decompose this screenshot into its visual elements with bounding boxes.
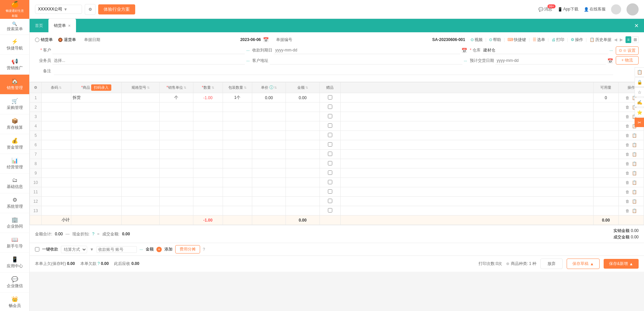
- sidebar-item-search[interactable]: 🔍 搜索菜单: [0, 19, 29, 35]
- row-pkg-qty[interactable]: [223, 121, 252, 131]
- row-qty[interactable]: [193, 159, 223, 168]
- row-barcode[interactable]: [42, 187, 71, 197]
- row-qty[interactable]: [193, 140, 223, 150]
- row-barcode[interactable]: [42, 93, 71, 103]
- row-barcode[interactable]: [42, 206, 71, 216]
- row-barcode[interactable]: [42, 103, 71, 112]
- row-spec[interactable]: [122, 93, 160, 103]
- row-barcode[interactable]: [42, 178, 71, 187]
- view-grid-btn[interactable]: ⊞: [632, 36, 639, 43]
- scan-button[interactable]: 扫码录入: [91, 84, 111, 91]
- row-qty[interactable]: [193, 150, 223, 159]
- save-new-button[interactable]: 保存&新增 ▲: [604, 259, 639, 269]
- delete-row-icon[interactable]: 🗑: [626, 180, 630, 185]
- row-product[interactable]: [71, 178, 121, 187]
- row-spec[interactable]: [122, 168, 160, 178]
- row-unit-price[interactable]: [252, 140, 286, 150]
- row-qty[interactable]: -1.00: [193, 93, 223, 103]
- row-qty[interactable]: [193, 131, 223, 140]
- row-spec[interactable]: [122, 140, 160, 150]
- sidebar-item-marketing[interactable]: 📢 营销推广: [0, 55, 29, 75]
- row-gift[interactable]: [319, 140, 341, 150]
- sidebar-item-system[interactable]: ⚙ 系统管理: [0, 193, 29, 213]
- row-pkg-qty[interactable]: [223, 168, 252, 178]
- row-unit-price[interactable]: [252, 150, 286, 159]
- app-download-button[interactable]: 📱 App下载: [558, 6, 578, 12]
- row-product[interactable]: [71, 197, 121, 206]
- row-product[interactable]: [71, 103, 121, 112]
- row-spec[interactable]: [122, 187, 160, 197]
- message-button[interactable]: 💬 消息 99+: [538, 6, 552, 12]
- row-unit[interactable]: 个: [159, 93, 193, 103]
- delete-row-icon[interactable]: 🗑: [626, 143, 630, 147]
- row-product[interactable]: [71, 150, 121, 159]
- row-spec[interactable]: [122, 131, 160, 140]
- row-gift[interactable]: [319, 178, 341, 187]
- sidebar-item-guide[interactable]: 📖 新手引导: [0, 233, 29, 253]
- row-unit[interactable]: [159, 187, 193, 197]
- row-qty[interactable]: [193, 187, 223, 197]
- operate-btn[interactable]: ⚙ 操作: [571, 37, 583, 43]
- owed-help-icon[interactable]: ?: [98, 261, 100, 266]
- print-btn[interactable]: 🖨 打印: [552, 37, 564, 43]
- row-product[interactable]: [71, 121, 121, 131]
- delete-row-icon[interactable]: 🗑: [626, 105, 630, 110]
- row-unit-price[interactable]: [252, 178, 286, 187]
- row-qty[interactable]: [193, 112, 223, 121]
- delete-row-icon[interactable]: 🗑: [626, 190, 630, 194]
- row-amount[interactable]: [286, 178, 319, 187]
- row-unit[interactable]: [159, 103, 193, 112]
- row-barcode[interactable]: [42, 197, 71, 206]
- row-pkg-qty[interactable]: [223, 187, 252, 197]
- row-product[interactable]: [71, 131, 121, 140]
- row-unit-price[interactable]: [252, 159, 286, 168]
- row-spec[interactable]: [122, 206, 160, 216]
- row-product[interactable]: [71, 187, 121, 197]
- row-product[interactable]: [71, 140, 121, 150]
- nav-next-icon[interactable]: ▶: [620, 37, 623, 42]
- abandon-button[interactable]: 放弃: [540, 259, 563, 269]
- row-pkg-qty[interactable]: [223, 150, 252, 159]
- trial-button[interactable]: 体验行业方案: [98, 4, 135, 14]
- delete-row-icon[interactable]: 🗑: [626, 124, 630, 128]
- row-amount[interactable]: [286, 187, 319, 197]
- row-gift[interactable]: [319, 131, 341, 140]
- delete-row-icon[interactable]: 🗑: [626, 208, 630, 213]
- payment-date-calendar-icon[interactable]: 📅: [461, 48, 467, 53]
- customer-addr-input[interactable]: [270, 57, 462, 65]
- row-gift[interactable]: [319, 159, 341, 168]
- sidebar-item-purchase[interactable]: 🛒 采购管理: [0, 94, 29, 114]
- delete-row-icon[interactable]: 🗑: [626, 114, 630, 119]
- account-dots-icon[interactable]: ···: [140, 247, 143, 252]
- row-amount[interactable]: [286, 121, 319, 131]
- copy-row-icon[interactable]: 📋: [632, 152, 637, 157]
- row-qty[interactable]: [193, 168, 223, 178]
- float-btn-1[interactable]: 📋: [635, 67, 644, 77]
- row-unit-price[interactable]: 0.00: [252, 93, 286, 103]
- row-product[interactable]: 拆货: [71, 93, 121, 103]
- row-barcode[interactable]: [42, 121, 71, 131]
- row-gift[interactable]: [319, 150, 341, 159]
- warehouse-input[interactable]: [482, 46, 608, 54]
- row-gift[interactable]: [319, 121, 341, 131]
- row-gift[interactable]: [319, 93, 341, 103]
- row-pkg-qty[interactable]: 1个: [223, 93, 252, 103]
- row-gift[interactable]: [319, 103, 341, 112]
- view-list-btn[interactable]: ≡: [626, 36, 631, 43]
- row-unit[interactable]: [159, 121, 193, 131]
- sidebar-item-apps[interactable]: 📱 应用中心: [0, 253, 29, 273]
- float-btn-4[interactable]: ✍: [635, 98, 644, 107]
- sidebar-item-wechat[interactable]: 💬 企业微信: [0, 273, 29, 293]
- row-amount[interactable]: [286, 168, 319, 178]
- tab-close-icon[interactable]: ✕: [68, 24, 71, 28]
- delete-row-icon[interactable]: 🗑: [626, 133, 630, 138]
- row-qty[interactable]: [193, 197, 223, 206]
- copy-row-icon[interactable]: 📋: [632, 133, 637, 138]
- row-unit[interactable]: [159, 206, 193, 216]
- row-unit[interactable]: [159, 159, 193, 168]
- row-amount[interactable]: [286, 112, 319, 121]
- delete-row-icon[interactable]: 🗑: [626, 199, 630, 204]
- row-amount[interactable]: [286, 150, 319, 159]
- sidebar-item-member[interactable]: 👑 畅会员: [0, 293, 29, 311]
- tab-home[interactable]: 首页: [30, 19, 48, 32]
